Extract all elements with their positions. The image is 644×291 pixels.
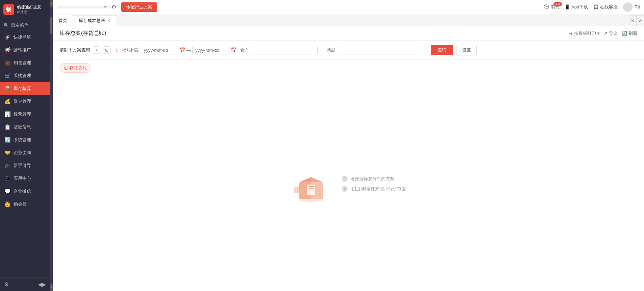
- tip-1-number: 1: [342, 176, 348, 182]
- sidebar-logo: 畅 畅捷通好生意 标准版: [0, 0, 50, 19]
- topbar-chevron-icon[interactable]: ▾: [104, 4, 106, 9]
- svg-rect-5: [308, 186, 314, 187]
- empty-illustration: [291, 164, 331, 204]
- tip-2-number: 2: [342, 186, 348, 192]
- industry-solution-button[interactable]: 体验行业方案: [121, 2, 157, 12]
- sidebar-item-base-info[interactable]: 📋 基础信息: [0, 121, 50, 134]
- beginner-icon: 🎓: [4, 163, 11, 169]
- sidebar-item-sales[interactable]: 💼 销售管理: [0, 56, 50, 69]
- date-filter-label: 记账日期: [122, 47, 140, 53]
- tab-inventory-ledger[interactable]: 库存成本总账 ✕: [73, 15, 116, 26]
- sidebar-item-wechat[interactable]: 💬 企业微信: [0, 185, 50, 198]
- print-button[interactable]: 🖨 按模板打印 ▾: [568, 30, 600, 37]
- filter-settings-button[interactable]: ⊙: [103, 46, 110, 54]
- date-end-input[interactable]: [192, 46, 229, 54]
- tabbar: 首页 库存成本总账 ✕ ✕ ⤢: [53, 14, 644, 26]
- filter-collapse-icon[interactable]: 《: [113, 47, 118, 53]
- settings-button[interactable]: 设置: [456, 45, 477, 55]
- online-service-button[interactable]: 🎧 在线客服: [593, 4, 618, 10]
- sidebar-item-purchase[interactable]: 🛒 采购管理: [0, 69, 50, 82]
- empty-state: 1 请先选择要分析的方案 2 用[过滤]条件来缩小分析范围: [53, 76, 644, 291]
- sidebar-nav: ⚡ 快捷导航 📢 营销推广 💼 销售管理 🛒 采购管理 📦 库存核算 💰 资金管…: [0, 31, 50, 277]
- cooperation-icon: 🤝: [4, 150, 11, 156]
- sidebar-item-operations[interactable]: 📊 经营管理: [0, 108, 50, 121]
- sidebar-scrollbar[interactable]: ▲ ▼: [50, 0, 53, 291]
- scheme-tag-icon: ⊕: [64, 65, 68, 71]
- avatar: [623, 2, 633, 12]
- export-button[interactable]: ↗ 导出: [604, 30, 618, 37]
- date-end-calendar-icon[interactable]: 📅: [231, 47, 237, 53]
- sidebar-item-beginner[interactable]: 🎓 新手引导: [0, 159, 50, 172]
- empty-tips: 1 请先选择要分析的方案 2 用[过滤]条件来缩小分析范围: [342, 176, 405, 192]
- scroll-thumb[interactable]: [50, 17, 52, 34]
- empty-tip-1: 1 请先选择要分析的方案: [342, 176, 405, 182]
- refresh-button[interactable]: 🔄 刷新: [622, 30, 637, 37]
- close-panel-icon[interactable]: ✕: [629, 15, 637, 26]
- warehouse-more-icon[interactable]: ···: [319, 47, 323, 53]
- product-more-icon[interactable]: ···: [423, 47, 427, 53]
- settings-footer-icon[interactable]: ⚙: [4, 281, 9, 288]
- sidebar-item-quick-nav[interactable]: ⚡ 快捷导航: [0, 31, 50, 44]
- date-start-calendar-icon[interactable]: 📅: [179, 47, 185, 53]
- filter-scheme-label: 按以下方案查询: [59, 47, 90, 53]
- user-area[interactable]: Rit: [623, 2, 640, 12]
- topbar-search-box[interactable]: [57, 6, 111, 8]
- scheme-tag-inventory[interactable]: ⊕ 存货总账: [59, 63, 91, 73]
- sidebar-item-inventory[interactable]: 📦 库存核算: [0, 82, 50, 95]
- member-icon: 👑: [4, 201, 11, 207]
- tab-home[interactable]: 首页: [53, 15, 73, 26]
- product-filter-label: 商品: [327, 47, 336, 53]
- operations-icon: 📊: [4, 111, 11, 117]
- app-center-icon: 📱: [4, 175, 11, 181]
- scroll-up-btn[interactable]: ▲: [50, 0, 53, 7]
- page-title: 库存总账(存货总账): [59, 30, 106, 37]
- svg-rect-7: [308, 190, 312, 190]
- inventory-icon: 📦: [4, 86, 11, 92]
- sidebar-search-menu[interactable]: 🔍 搜索菜单: [0, 19, 50, 31]
- logo-text: 畅捷通好生意 标准版: [17, 5, 41, 15]
- product-input[interactable]: [337, 46, 421, 54]
- sidebar-item-system[interactable]: 🔄 系统管理: [0, 134, 50, 146]
- sidebar-item-cooperation[interactable]: 🤝 企业协同: [0, 146, 50, 159]
- print-icon: 🖨: [568, 31, 573, 36]
- topbar-search-area: ▾: [57, 4, 106, 9]
- sidebar-item-app-center[interactable]: 📱 应用中心: [0, 172, 50, 185]
- topbar-settings-icon[interactable]: ⚙: [109, 2, 119, 12]
- filter-add-button[interactable]: +: [93, 46, 100, 54]
- tab-close-icon[interactable]: ✕: [107, 18, 110, 23]
- sidebar-footer: ⚙ ◀▶: [0, 277, 50, 291]
- marketing-icon: 📢: [4, 47, 11, 53]
- scroll-down-btn[interactable]: ▼: [50, 284, 53, 291]
- content-area: 库存总账(存货总账) 🖨 按模板打印 ▾ ↗ 导出 🔄 刷新: [53, 26, 644, 291]
- sidebar-item-finance[interactable]: 💰 资金管理: [0, 95, 50, 108]
- messages-button[interactable]: 💬 消息 99+: [544, 4, 559, 10]
- date-start-input[interactable]: [141, 46, 178, 54]
- query-button[interactable]: 查询: [431, 45, 453, 55]
- topbar-left: ▾ ⚙ 体验行业方案: [57, 2, 541, 12]
- svg-marker-2: [311, 177, 323, 182]
- service-icon: 🎧: [593, 4, 599, 9]
- filter-row: 记账日期 📅 — 📅 仓库 ··· 商: [122, 45, 477, 55]
- system-icon: 🔄: [4, 137, 11, 143]
- filter-bar: 按以下方案查询 + ⊙ 《 记账日期 📅 — 📅: [53, 41, 644, 60]
- warehouse-input[interactable]: [250, 46, 318, 54]
- svg-marker-1: [299, 177, 311, 182]
- sidebar-item-member[interactable]: 👑 畅会员: [0, 198, 50, 211]
- app-download-icon: 📱: [565, 4, 570, 9]
- export-icon: ↗: [604, 31, 608, 36]
- sidebar-item-marketing[interactable]: 📢 营销推广: [0, 44, 50, 56]
- collapse-sidebar-icon[interactable]: ◀▶: [38, 281, 46, 288]
- svg-point-9: [299, 198, 323, 202]
- page-header: 库存总账(存货总账) 🖨 按模板打印 ▾ ↗ 导出 🔄 刷新: [53, 26, 644, 41]
- warehouse-filter-label: 仓库: [240, 47, 249, 53]
- page-container: 库存总账(存货总账) 🖨 按模板打印 ▾ ↗ 导出 🔄 刷新: [53, 26, 644, 291]
- page-actions: 🖨 按模板打印 ▾ ↗ 导出 🔄 刷新: [568, 30, 637, 37]
- date-separator: —: [187, 48, 191, 53]
- empty-tip-2: 2 用[过滤]条件来缩小分析范围: [342, 186, 405, 192]
- scroll-track: [50, 7, 53, 284]
- sidebar: 畅 畅捷通好生意 标准版 🔍 搜索菜单 ⚡ 快捷导航 📢 营销推广 💼 销售管理…: [0, 0, 50, 291]
- print-dropdown-icon[interactable]: ▾: [597, 31, 600, 36]
- quick-nav-icon: ⚡: [4, 34, 11, 40]
- expand-panel-icon[interactable]: ⤢: [637, 15, 644, 26]
- app-download-button[interactable]: 📱 App下载: [565, 4, 588, 10]
